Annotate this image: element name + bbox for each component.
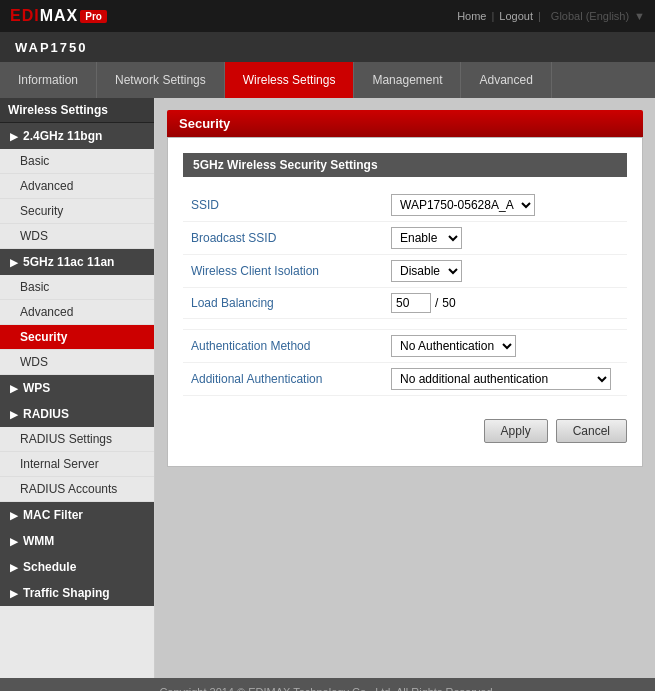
sidebar-section-radius[interactable]: ▶ RADIUS (0, 401, 154, 427)
arrow-2ghz: ▶ (10, 131, 18, 142)
load-balance-input[interactable] (391, 293, 431, 313)
sidebar: Wireless Settings ▶ 2.4GHz 11bgn Basic A… (0, 98, 155, 678)
arrow-schedule: ▶ (10, 562, 18, 573)
value-auth-method: No Authentication WPA WPA2 WEP (383, 330, 627, 363)
nav-network-settings[interactable]: Network Settings (97, 62, 225, 98)
label-2ghz: 2.4GHz 11bgn (23, 129, 102, 143)
arrow-traffic: ▶ (10, 588, 18, 599)
nav-management[interactable]: Management (354, 62, 461, 98)
nav-wireless-settings[interactable]: Wireless Settings (225, 62, 355, 98)
sidebar-item-basic-5[interactable]: Basic (0, 275, 154, 300)
content-wrapper: Wireless Settings ▶ 2.4GHz 11bgn Basic A… (0, 98, 655, 678)
subsection-header: 5GHz Wireless Security Settings (183, 153, 627, 177)
sidebar-item-security-24[interactable]: Security (0, 199, 154, 224)
logout-link[interactable]: Logout (499, 10, 533, 22)
device-bar: WAP1750 (0, 32, 655, 62)
language-selector[interactable]: Global (English) (551, 10, 629, 22)
value-load-balancing: / 50 (383, 288, 627, 319)
header: EDIMAX Pro Home | Logout | Global (Engli… (0, 0, 655, 32)
section-header: Security (167, 110, 643, 137)
sidebar-item-radius-accounts[interactable]: RADIUS Accounts (0, 477, 154, 502)
logo-text: EDIMAX (10, 7, 78, 25)
logo-pro: Pro (80, 10, 107, 23)
sidebar-item-internal-server[interactable]: Internal Server (0, 452, 154, 477)
arrow-radius: ▶ (10, 409, 18, 420)
row-load-balancing: Load Balancing / 50 (183, 288, 627, 319)
home-link[interactable]: Home (457, 10, 486, 22)
sidebar-item-security-5[interactable]: Security (0, 325, 154, 350)
label-load-balancing: Load Balancing (183, 288, 383, 319)
row-ssid: SSID WAP1750-05628A_A (183, 189, 627, 222)
label-radius: RADIUS (23, 407, 69, 421)
select-ssid[interactable]: WAP1750-05628A_A (391, 194, 535, 216)
sidebar-item-wds-5[interactable]: WDS (0, 350, 154, 375)
apply-button[interactable]: Apply (484, 419, 548, 443)
select-broadcast-ssid[interactable]: Enable Disable (391, 227, 462, 249)
row-wireless-client-isolation: Wireless Client Isolation Disable Enable (183, 255, 627, 288)
value-broadcast-ssid: Enable Disable (383, 222, 627, 255)
arrow-wps: ▶ (10, 383, 18, 394)
sidebar-section-2ghz[interactable]: ▶ 2.4GHz 11bgn (0, 123, 154, 149)
header-nav: Home | Logout | Global (English) ▼ (457, 10, 645, 22)
load-balance-row: / 50 (391, 293, 619, 313)
row-additional-auth: Additional Authentication No additional … (183, 363, 627, 396)
cancel-button[interactable]: Cancel (556, 419, 627, 443)
lang-dropdown-icon[interactable]: ▼ (634, 10, 645, 22)
main-nav: Information Network Settings Wireless Se… (0, 62, 655, 98)
load-balance-separator: / (435, 296, 438, 310)
value-ssid: WAP1750-05628A_A (383, 189, 627, 222)
sidebar-section-wmm[interactable]: ▶ WMM (0, 528, 154, 554)
label-wireless-client-isolation: Wireless Client Isolation (183, 255, 383, 288)
sidebar-section-wps[interactable]: ▶ WPS (0, 375, 154, 401)
sidebar-section-schedule[interactable]: ▶ Schedule (0, 554, 154, 580)
footer-text: Copyright 2014 © EDIMAX Technology Co., … (159, 686, 495, 691)
logo: EDIMAX Pro (10, 7, 107, 25)
label-schedule: Schedule (23, 560, 76, 574)
wireless-settings-label: Wireless Settings (8, 103, 108, 117)
select-wireless-client-isolation[interactable]: Disable Enable (391, 260, 462, 282)
settings-form: SSID WAP1750-05628A_A Broadcast SSID Ena… (183, 189, 627, 396)
main-panel: Security 5GHz Wireless Security Settings… (155, 98, 655, 678)
device-name: WAP1750 (15, 40, 88, 55)
select-auth-method[interactable]: No Authentication WPA WPA2 WEP (391, 335, 516, 357)
sidebar-item-radius-settings[interactable]: RADIUS Settings (0, 427, 154, 452)
nav-advanced[interactable]: Advanced (461, 62, 551, 98)
label-mac: MAC Filter (23, 508, 83, 522)
sidebar-item-advanced-5[interactable]: Advanced (0, 300, 154, 325)
arrow-wmm: ▶ (10, 536, 18, 547)
row-broadcast-ssid: Broadcast SSID Enable Disable (183, 222, 627, 255)
label-wmm: WMM (23, 534, 54, 548)
sidebar-item-basic-24[interactable]: Basic (0, 149, 154, 174)
label-wps: WPS (23, 381, 50, 395)
button-row: Apply Cancel (183, 411, 627, 451)
footer: Copyright 2014 © EDIMAX Technology Co., … (0, 678, 655, 691)
label-5ghz: 5GHz 11ac 11an (23, 255, 114, 269)
select-additional-auth[interactable]: No additional authentication (391, 368, 611, 390)
arrow-mac: ▶ (10, 510, 18, 521)
label-traffic: Traffic Shaping (23, 586, 110, 600)
section-body: 5GHz Wireless Security Settings SSID WAP… (167, 137, 643, 467)
sidebar-section-traffic-shaping[interactable]: ▶ Traffic Shaping (0, 580, 154, 606)
label-auth-method: Authentication Method (183, 330, 383, 363)
sidebar-section-mac-filter[interactable]: ▶ MAC Filter (0, 502, 154, 528)
row-spacer (183, 319, 627, 330)
row-auth-method: Authentication Method No Authentication … (183, 330, 627, 363)
label-additional-auth: Additional Authentication (183, 363, 383, 396)
label-ssid: SSID (183, 189, 383, 222)
sidebar-title: Wireless Settings (0, 98, 154, 123)
logo-edimax-red: EDI (10, 7, 40, 24)
sidebar-item-advanced-24[interactable]: Advanced (0, 174, 154, 199)
arrow-5ghz: ▶ (10, 257, 18, 268)
nav-information[interactable]: Information (0, 62, 97, 98)
sidebar-section-5ghz[interactable]: ▶ 5GHz 11ac 11an (0, 249, 154, 275)
label-broadcast-ssid: Broadcast SSID (183, 222, 383, 255)
sidebar-item-wds-24[interactable]: WDS (0, 224, 154, 249)
value-additional-auth: No additional authentication (383, 363, 627, 396)
load-balance-max: 50 (442, 296, 455, 310)
value-wireless-client-isolation: Disable Enable (383, 255, 627, 288)
